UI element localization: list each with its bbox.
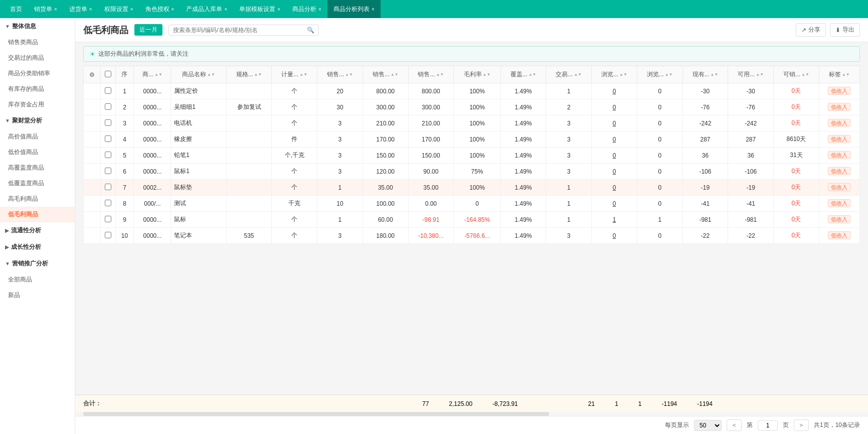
browse-link[interactable]: 0: [613, 168, 616, 175]
export-icon: ⬇: [835, 27, 840, 34]
checkbox-column-header: [100, 66, 115, 83]
col-transactions[interactable]: 交易... ▲▼: [546, 66, 592, 83]
sales-amount: 120.00: [363, 164, 408, 180]
row-checkbox[interactable]: [105, 135, 111, 142]
sidebar-group-circulation[interactable]: ▶ 流通性分析: [0, 222, 75, 239]
sidebar-group-analysis[interactable]: ▼ 聚财堂分析: [0, 112, 75, 129]
row-checkbox[interactable]: [105, 103, 111, 110]
product-tag: 低收入: [819, 83, 859, 99]
col-browse1[interactable]: 浏览... ▲▼: [592, 66, 637, 83]
page-number-input[interactable]: [758, 420, 778, 430]
saleable-days: 8610天: [774, 131, 819, 148]
col-sales-qty[interactable]: 销售... ▲▼: [317, 66, 363, 83]
browse-link[interactable]: 0: [613, 184, 616, 191]
browse-link[interactable]: 0: [613, 88, 616, 95]
nav-product-analysis-list[interactable]: 商品分析列表 ×: [327, 0, 381, 18]
sidebar-group-overall-info[interactable]: ▼ 整体信息: [0, 18, 75, 35]
nav-close-icon[interactable]: ×: [224, 7, 227, 12]
browse-link[interactable]: 0: [613, 136, 616, 143]
col-sales-profit[interactable]: 销售... ▲▼: [408, 66, 454, 83]
total-available: -1194: [697, 400, 713, 407]
export-button[interactable]: ⬇ 导出: [830, 23, 860, 37]
col-browse2[interactable]: 浏览... ▲▼: [637, 66, 682, 83]
col-tag[interactable]: 标签 ▲▼: [819, 66, 859, 83]
prev-page-button[interactable]: ＜: [727, 419, 742, 431]
browse-link[interactable]: 0: [613, 232, 616, 239]
share-button[interactable]: ↗ 分享: [796, 23, 826, 37]
col-saleable[interactable]: 可销... ▲▼: [774, 66, 819, 83]
tag-badge: 低收入: [828, 135, 850, 143]
sidebar-item-low-value[interactable]: 低价值商品: [0, 144, 75, 160]
col-spec[interactable]: 规格... ▲▼: [226, 66, 272, 83]
sidebar-item-high-profit[interactable]: 高毛利商品: [0, 191, 75, 207]
nav-role-auth[interactable]: 角色授权 ×: [139, 0, 181, 18]
settings-column-header[interactable]: ⚙: [84, 66, 101, 83]
row-checkbox[interactable]: [105, 216, 111, 222]
browse-link[interactable]: 0: [613, 200, 616, 207]
browse-link[interactable]: 0: [613, 104, 616, 111]
col-stock[interactable]: 现有... ▲▼: [682, 66, 728, 83]
nav-product-analysis[interactable]: 商品分析 ×: [286, 0, 327, 18]
sidebar-item-high-value[interactable]: 高价值商品: [0, 129, 75, 144]
nav-close-icon[interactable]: ×: [318, 7, 321, 12]
col-coverage[interactable]: 覆盖... ▲▼: [500, 66, 546, 83]
sales-profit: -10,380...: [408, 228, 454, 244]
sidebar-item-stock-products[interactable]: 有库存的商品: [0, 81, 75, 97]
nav-permission-settings[interactable]: 权限设置 ×: [98, 0, 139, 18]
row-checkbox[interactable]: [105, 119, 111, 126]
nav-close-icon[interactable]: ×: [277, 7, 280, 12]
sidebar-item-low-coverage[interactable]: 低覆盖度商品: [0, 176, 75, 191]
saleable-days: 0天: [774, 212, 819, 228]
date-filter-button[interactable]: 近一月: [134, 24, 162, 36]
sidebar-item-sales-products[interactable]: 销售类商品: [0, 35, 75, 50]
sidebar-item-category-sales-rate[interactable]: 商品分类助销率: [0, 66, 75, 81]
next-page-button[interactable]: ＞: [794, 419, 809, 431]
settings-cell: [84, 99, 101, 115]
nav-home[interactable]: 首页: [4, 0, 28, 18]
product-unit: 个: [272, 115, 317, 131]
row-checkbox[interactable]: [105, 184, 111, 190]
col-unit[interactable]: 计量... ▲▼: [272, 66, 317, 83]
scrollbar-track[interactable]: [83, 412, 549, 416]
sidebar-item-stock-funds[interactable]: 库存资金占用: [0, 97, 75, 112]
row-checkbox[interactable]: [105, 168, 111, 174]
col-available[interactable]: 可用... ▲▼: [728, 66, 774, 83]
browse-link[interactable]: 0: [613, 152, 616, 159]
col-gross-rate[interactable]: 毛利率 ▲▼: [454, 66, 501, 83]
sidebar-item-low-profit[interactable]: 低毛利商品: [0, 207, 75, 222]
col-code[interactable]: 商... ▲▼: [134, 66, 171, 83]
browse-count1: 0: [592, 228, 637, 244]
select-all-checkbox[interactable]: [105, 71, 111, 77]
sidebar-item-high-coverage[interactable]: 高覆盖度商品: [0, 160, 75, 176]
browse-link[interactable]: 0: [613, 120, 616, 127]
nav-close-icon[interactable]: ×: [171, 7, 175, 12]
horizontal-scrollbar[interactable]: [75, 412, 868, 416]
nav-product-inbound[interactable]: 产成品入库单 ×: [180, 0, 233, 18]
browse-link[interactable]: 1: [613, 216, 616, 223]
nav-sales-order[interactable]: 销货单 ×: [28, 0, 63, 18]
sidebar-item-new-products[interactable]: 新品: [0, 287, 75, 303]
nav-close-icon[interactable]: ×: [54, 7, 57, 12]
col-sales-amount[interactable]: 销售... ▲▼: [363, 66, 408, 83]
search-input[interactable]: [173, 27, 307, 34]
nav-close-icon[interactable]: ×: [372, 7, 375, 12]
coverage-rate: 1.49%: [500, 131, 546, 148]
nav-close-icon[interactable]: ×: [130, 7, 133, 12]
browse-count1: 0: [592, 131, 637, 148]
page-size-label: 每页显示: [665, 421, 689, 429]
row-checkbox[interactable]: [105, 232, 111, 238]
page-size-select[interactable]: 50 20 100: [694, 420, 722, 431]
sidebar-item-all-products[interactable]: 全部商品: [0, 272, 75, 287]
sidebar-item-traded-products[interactable]: 交易过的商品: [0, 50, 75, 66]
row-checkbox[interactable]: [105, 152, 111, 158]
nav-purchase-order[interactable]: 进货单 ×: [63, 0, 98, 18]
nav-template-settings[interactable]: 单据模板设置 ×: [233, 0, 286, 18]
row-checkbox[interactable]: [105, 200, 111, 206]
col-name[interactable]: 商品名称 ▲▼: [171, 66, 226, 83]
sidebar-group-growth[interactable]: ▶ 成长性分析: [0, 239, 75, 255]
sidebar-group-marketing[interactable]: ▼ 营销推广分析: [0, 255, 75, 272]
product-name: 吴细细1: [171, 99, 226, 115]
nav-close-icon[interactable]: ×: [89, 7, 92, 12]
search-icon[interactable]: 🔍: [307, 27, 314, 34]
row-checkbox[interactable]: [105, 87, 111, 94]
